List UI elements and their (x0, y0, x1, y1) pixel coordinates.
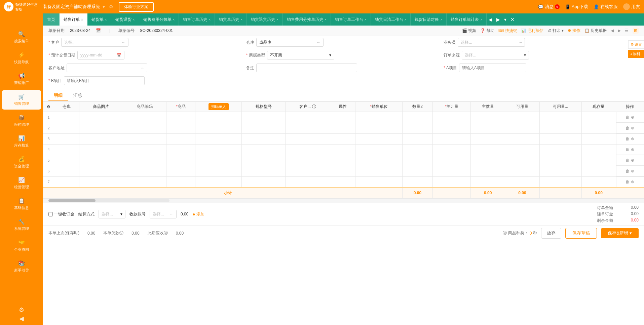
tab-home[interactable]: 首页 (43, 13, 60, 26)
row-3-warehouse[interactable] (54, 133, 79, 144)
sidebar-item-search[interactable]: 🔍 搜索菜单 (2, 28, 41, 47)
row-1-copy-icon[interactable]: ⊕ (631, 115, 634, 120)
warehouse-input[interactable]: 成品库 ··· (256, 38, 324, 47)
row-5-main-qty[interactable] (470, 155, 505, 166)
row-1-qty2[interactable] (402, 112, 432, 123)
row-2-main-unit[interactable] (433, 123, 471, 133)
sidebar-item-quicknav[interactable]: ⚡ 快捷导航 (2, 48, 41, 68)
online-service-button[interactable]: 👤 在线客服 (594, 4, 618, 10)
row-1-main-qty[interactable] (470, 112, 505, 123)
sidebar-item-finance[interactable]: 💰 资金管理 (2, 153, 41, 172)
save-new-button[interactable]: 保存&新增 ▾ (601, 228, 639, 238)
row-2-warehouse[interactable] (54, 123, 79, 133)
tab-order-stats[interactable]: 销售订单统计表 × (447, 13, 487, 26)
col-main-unit[interactable]: *主计量 (433, 102, 471, 112)
row-1-warehouse[interactable] (54, 112, 79, 123)
add-button[interactable]: ● 添加 (192, 211, 204, 217)
message-button[interactable]: 💬 消息 9 (538, 4, 560, 10)
note-input[interactable] (256, 64, 357, 72)
col-product[interactable]: *商品 (166, 102, 195, 112)
horizontal-scrollbar[interactable] (43, 199, 644, 203)
row-4-delete-icon[interactable]: 🗑 (626, 147, 630, 152)
a-project-input[interactable] (459, 64, 526, 72)
sidebar-item-purchase[interactable]: 📦 采购管理 (2, 111, 41, 130)
tab-expense-close[interactable]: × (173, 18, 175, 22)
row-3-copy-icon[interactable]: ⊕ (631, 136, 634, 141)
row-7-main-qty[interactable] (470, 176, 505, 188)
col-settings-icon[interactable]: ⚙ (47, 105, 50, 109)
discard-button[interactable]: 放弃 (541, 228, 561, 239)
tab-prev-button[interactable]: ◀ (487, 17, 494, 22)
sidebar-item-guide[interactable]: 📚 新手引导 (2, 257, 41, 276)
row-6-delete-icon[interactable]: 🗑 (626, 169, 630, 173)
row-6-qty2[interactable] (402, 166, 432, 176)
row-1-unit[interactable] (355, 112, 402, 123)
tab-return[interactable]: 销货退货 × (111, 13, 139, 26)
row-1-code[interactable] (123, 112, 166, 123)
col-attr[interactable]: 属性 (330, 102, 355, 112)
col-stock[interactable]: 现存量 (581, 102, 616, 112)
sidebar-settings-icon[interactable]: ⚙ (19, 306, 24, 314)
row-7-code[interactable] (123, 176, 166, 188)
view-link[interactable]: 🎬 视频 (462, 28, 476, 34)
one-click-checkbox-input[interactable] (48, 212, 53, 216)
customer-input[interactable]: 选择... ··· (61, 38, 128, 47)
row-4-main-qty[interactable] (470, 144, 505, 155)
tab-sales-order-close[interactable]: × (81, 18, 83, 22)
next-record-icon[interactable]: ▶ (618, 28, 621, 33)
operation-link[interactable]: ⚙ 操作 (568, 28, 580, 34)
row-6-unit[interactable] (355, 166, 402, 176)
solution-button[interactable]: 体验行业方案 (119, 2, 154, 12)
row-5-delete-icon[interactable]: 🗑 (626, 158, 630, 163)
tab-sales-slip[interactable]: 销货单 × (87, 13, 111, 26)
col-available2[interactable]: 可用量... (539, 102, 581, 112)
row-3-main-qty[interactable] (470, 133, 505, 144)
col-qty2[interactable]: 数量2 (402, 102, 432, 112)
row-3-main-unit[interactable] (433, 133, 471, 144)
row-3-qty2[interactable] (402, 133, 432, 144)
row-2-copy-icon[interactable]: ⊕ (631, 126, 634, 130)
tab-slip-history-close[interactable]: × (240, 18, 242, 22)
tab-return-close[interactable]: × (133, 18, 135, 22)
tab-expense[interactable]: 销售费用分摊单 × (139, 13, 179, 26)
print-dropdown[interactable]: ▾ (562, 28, 564, 33)
row-6-product[interactable] (166, 166, 195, 176)
row-2-spec[interactable] (242, 123, 286, 133)
row-6-main-qty[interactable] (470, 166, 505, 176)
print-link[interactable]: 🖨 打印 ▾ (547, 28, 564, 34)
tab-next-button[interactable]: ▶ (494, 17, 502, 22)
row-2-product[interactable] (166, 123, 195, 133)
tab-order-stats-close[interactable]: × (480, 18, 482, 22)
salesperson-dots[interactable]: ··· (519, 40, 522, 45)
tab-order-workbench-close[interactable]: × (365, 18, 367, 22)
row-1-main-unit[interactable] (433, 112, 471, 123)
order-source-select[interactable]: 选择... ▾ (462, 51, 529, 59)
row-1-spec[interactable] (242, 112, 286, 123)
row-1-attr[interactable] (330, 112, 355, 123)
tab-sales-order[interactable]: 销售订单 × (60, 13, 87, 26)
material-quick-btn[interactable]: + 物料 (628, 50, 644, 58)
tab-slip-history[interactable]: 销货单历史 × (215, 13, 247, 26)
tab-order-history[interactable]: 销售订单历史 × (179, 13, 215, 26)
row-4-warehouse[interactable] (54, 144, 79, 155)
list-view-icon[interactable]: ☰ (625, 28, 629, 33)
row-1-product[interactable] (166, 112, 195, 123)
row-6-copy-icon[interactable]: ⊕ (631, 169, 634, 173)
tab-return-history[interactable]: 销货退货历史 × (247, 13, 283, 26)
row-6-code[interactable] (123, 166, 166, 176)
row-7-copy-icon[interactable]: ⊕ (631, 179, 634, 184)
sidebar-item-stock[interactable]: 📊 库存核算 (2, 132, 41, 151)
row-4-product[interactable] (166, 144, 195, 155)
row-5-copy-icon[interactable]: ⊕ (631, 158, 634, 163)
sidebar-item-ops[interactable]: 📈 经营管理 (2, 173, 41, 193)
row-5-qty2[interactable] (402, 155, 432, 166)
row-5-code[interactable] (123, 155, 166, 166)
row-5-attr[interactable] (330, 155, 355, 166)
tab-close-all-button[interactable]: ✕ (508, 17, 517, 22)
row-7-attr[interactable] (330, 176, 355, 188)
row-4-copy-icon[interactable]: ⊕ (631, 147, 634, 152)
row-2-unit[interactable] (355, 123, 402, 133)
tab-menu-button[interactable]: ▾ (502, 17, 508, 22)
row-4-code[interactable] (123, 144, 166, 155)
history-link[interactable]: 📋 历史单据 (584, 28, 607, 34)
